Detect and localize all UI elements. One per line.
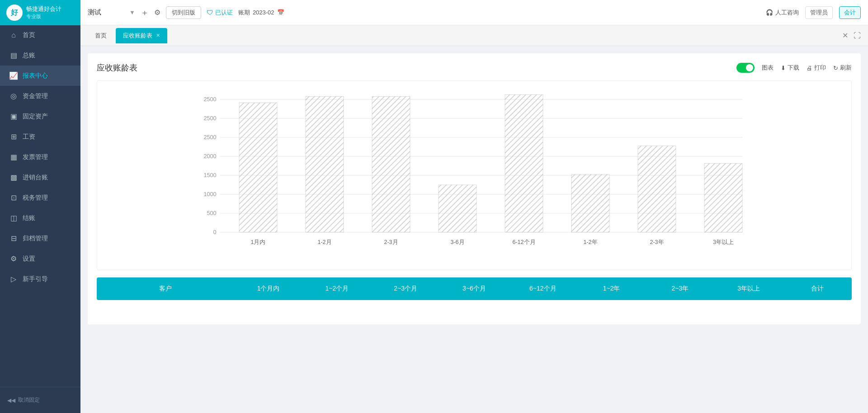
logo-icon: 好	[6, 5, 23, 21]
page-card: 应收账龄表 图表 ⬇ 下载 🖨 打印 ↻ 刷新	[88, 53, 861, 324]
sidebar-label-home: 首页	[23, 31, 35, 39]
svg-text:3-6月: 3-6月	[450, 239, 464, 245]
sidebar-item-funds[interactable]: ◎ 资金管理	[0, 86, 80, 106]
company-dropdown-icon[interactable]: ▼	[129, 9, 135, 16]
period-label: 账期	[238, 9, 250, 17]
logo-text: 畅捷通好会计 专业版	[26, 5, 61, 19]
switch-version-button[interactable]: 切到旧版	[166, 6, 201, 19]
sidebar-label-reports: 报表中心	[23, 72, 48, 80]
sidebar-item-guide[interactable]: ▷ 新手引导	[0, 269, 80, 289]
accountant-button[interactable]: 会计	[839, 6, 861, 19]
refresh-button[interactable]: ↻ 刷新	[833, 64, 852, 72]
print-button[interactable]: 🖨 打印	[807, 64, 826, 72]
col-3year-plus: 3年以上	[714, 277, 783, 300]
svg-text:500: 500	[207, 210, 217, 216]
certified-badge: 🛡 已认证	[207, 9, 233, 17]
col-total: 合计	[783, 277, 852, 300]
col-1-2month: 1~2个月	[302, 277, 371, 300]
assets-icon: ▣	[9, 112, 18, 121]
calendar-icon[interactable]: 📅	[277, 9, 284, 16]
headset-icon: 🎧	[766, 9, 773, 16]
download-button[interactable]: ⬇ 下载	[781, 64, 799, 72]
bar-6-12month	[505, 95, 543, 233]
col-1month: 1个月内	[234, 277, 303, 300]
add-company-button[interactable]: ＋	[141, 7, 149, 18]
user-button[interactable]: 管理员	[805, 6, 833, 19]
sidebar-label-settings: 设置	[23, 255, 35, 263]
bar-1-2year	[571, 174, 609, 232]
sidebar-nav: ⌂ 首页 ▤ 总账 📈 报表中心 ◎ 资金管理 ▣ 固定资产 ⊞ 工资 ▦ 发票…	[0, 25, 80, 387]
company-settings-icon[interactable]: ⚙	[154, 8, 160, 17]
tab-receivable-aging[interactable]: 应收账龄表 ✕	[116, 28, 167, 43]
col-6-12month: 6~12个月	[509, 277, 577, 300]
cancel-fixed-btn[interactable]: ◀◀ 取消固定	[0, 392, 80, 408]
tab-home[interactable]: 首页	[88, 28, 114, 43]
cancel-fixed-label: 取消固定	[18, 396, 40, 404]
svg-text:1-2年: 1-2年	[583, 239, 597, 245]
bar-3year-plus	[704, 164, 742, 232]
bar-chart: 2500 2500 2500 2000 1500 1000 500 0	[111, 90, 842, 261]
svg-text:0: 0	[213, 229, 217, 235]
svg-text:6-12个月: 6-12个月	[512, 239, 535, 245]
sidebar-label-ledger: 总账	[23, 52, 35, 60]
app-name: 畅捷通好会计	[26, 5, 61, 13]
inventory-icon: ▩	[9, 173, 18, 182]
guide-icon: ▷	[9, 275, 18, 283]
cancel-fixed-icon: ◀◀	[7, 397, 15, 404]
svg-text:2-3月: 2-3月	[384, 239, 398, 245]
tab-close-all-icon[interactable]: ✕	[842, 31, 848, 40]
sidebar-item-invoices[interactable]: ▦ 发票管理	[0, 147, 80, 167]
sidebar-item-home[interactable]: ⌂ 首页	[0, 25, 80, 45]
sidebar-item-inventory[interactable]: ▩ 进销台账	[0, 167, 80, 188]
refresh-icon: ↻	[833, 65, 838, 71]
toggle-label: 图表	[762, 64, 774, 72]
sidebar-item-assets[interactable]: ▣ 固定资产	[0, 106, 80, 127]
tab-active-label: 应收账龄表	[123, 32, 152, 40]
main-content: 应收账龄表 图表 ⬇ 下载 🖨 打印 ↻ 刷新	[80, 46, 868, 413]
page-actions: 图表 ⬇ 下载 🖨 打印 ↻ 刷新	[736, 63, 852, 73]
certified-label: 已认证	[215, 9, 233, 17]
sidebar-item-ledger[interactable]: ▤ 总账	[0, 45, 80, 66]
sidebar-label-invoices: 发票管理	[23, 153, 48, 161]
settle-icon: ◫	[9, 214, 18, 222]
svg-text:2000: 2000	[204, 153, 217, 160]
topbar: 测试 ▼ ＋ ⚙ 切到旧版 🛡 已认证 账期 2023-02 📅 🎧 人工咨询 …	[80, 0, 868, 25]
print-icon: 🖨	[807, 65, 812, 71]
download-icon: ⬇	[781, 65, 786, 71]
tab-expand-icon[interactable]: ⛶	[854, 32, 861, 40]
sidebar-item-tax[interactable]: ⊡ 税务管理	[0, 188, 80, 208]
archive-icon: ⊟	[9, 234, 18, 243]
settings-icon: ⚙	[9, 254, 18, 263]
svg-text:2-3年: 2-3年	[650, 239, 664, 245]
sidebar-item-settings[interactable]: ⚙ 设置	[0, 249, 80, 269]
sidebar-item-wages[interactable]: ⊞ 工资	[0, 127, 80, 147]
svg-text:3年以上: 3年以上	[713, 239, 734, 245]
sidebar-item-archive[interactable]: ⊟ 归档管理	[0, 228, 80, 249]
page-header: 应收账龄表 图表 ⬇ 下载 🖨 打印 ↻ 刷新	[97, 62, 852, 73]
sidebar-label-archive: 归档管理	[23, 235, 48, 243]
print-label: 打印	[814, 64, 826, 72]
app-logo: 好 畅捷通好会计 专业版	[0, 0, 80, 25]
sidebar-label-inventory: 进销台账	[23, 174, 48, 182]
sidebar-label-assets: 固定资产	[23, 113, 48, 121]
app-edition: 专业版	[26, 13, 61, 19]
bar-1-2month	[306, 97, 344, 232]
tab-close-icon[interactable]: ✕	[156, 33, 160, 38]
company-name: 测试	[88, 8, 124, 17]
table-header: 客户 1个月内 1~2个月 2~3个月 3~6个月 6~12个月 1~2年 2~…	[97, 277, 852, 300]
consult-button[interactable]: 🎧 人工咨询	[766, 9, 799, 17]
svg-text:1-2月: 1-2月	[317, 239, 331, 245]
col-1-2year: 1~2年	[577, 277, 646, 300]
sidebar-item-settle[interactable]: ◫ 结账	[0, 208, 80, 228]
svg-text:2500: 2500	[204, 96, 217, 103]
tax-icon: ⊡	[9, 193, 18, 202]
main-area: 测试 ▼ ＋ ⚙ 切到旧版 🛡 已认证 账期 2023-02 📅 🎧 人工咨询 …	[80, 0, 868, 413]
tabbar: 首页 应收账龄表 ✕ ✕ ⛶	[80, 25, 868, 46]
chart-toggle[interactable]	[736, 63, 755, 73]
bar-2-3month	[372, 97, 410, 232]
sidebar-label-guide: 新手引导	[23, 275, 48, 283]
wages-icon: ⊞	[9, 132, 18, 141]
svg-text:1000: 1000	[204, 191, 217, 197]
sidebar: 好 畅捷通好会计 专业版 ⌂ 首页 ▤ 总账 📈 报表中心 ◎ 资金管理 ▣ 固…	[0, 0, 80, 413]
sidebar-item-reports[interactable]: 📈 报表中心	[0, 66, 80, 86]
